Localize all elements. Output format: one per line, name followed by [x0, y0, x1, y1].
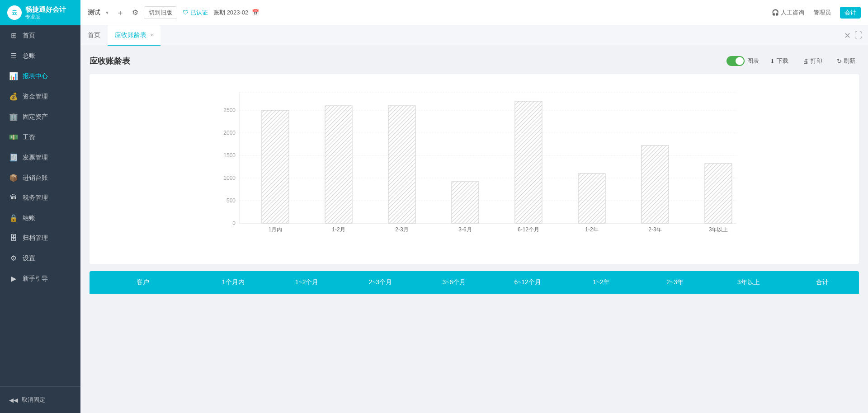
- svg-text:3-6月: 3-6月: [458, 226, 472, 233]
- verified-badge: 🛡 已认证: [183, 9, 208, 17]
- table-header-3: 2~3个月: [344, 271, 417, 294]
- add-company-button[interactable]: ＋: [114, 6, 127, 19]
- headset-icon: 🎧: [772, 9, 779, 16]
- calendar-icon[interactable]: 📅: [252, 9, 259, 16]
- download-button[interactable]: ⬇ 下载: [766, 55, 792, 67]
- help-button[interactable]: 🎧 人工咨询: [772, 9, 804, 17]
- sidebar-item-assets[interactable]: 🏢固定资产: [0, 107, 80, 127]
- tabbar-actions: ✕ ⛶: [844, 31, 863, 41]
- sidebar-bottom: ◀◀ 取消固定: [0, 386, 80, 413]
- close-tab-button[interactable]: ✕: [844, 31, 851, 41]
- sidebar-label-close: 结账: [23, 214, 35, 222]
- sidebar-item-archive[interactable]: 🗄归档管理: [0, 228, 80, 248]
- sidebar-label-settings: 设置: [23, 254, 35, 263]
- tab-home-label: 首页: [88, 31, 100, 39]
- table-header-0: 客户: [90, 271, 196, 294]
- svg-text:2000: 2000: [223, 130, 236, 136]
- table-header-6: 1~2年: [565, 271, 638, 294]
- sidebar-label-home: 首页: [23, 32, 35, 40]
- sidebar-item-invoice[interactable]: 🧾发票管理: [0, 147, 80, 168]
- download-icon: ⬇: [770, 58, 775, 65]
- chart-toggle[interactable]: [726, 56, 745, 66]
- main-area: 测试 ▾ ＋ ⚙ 切到旧版 🛡 已认证 账期 2023-02 📅 🎧 人工咨询 …: [80, 0, 868, 413]
- sidebar-item-tax[interactable]: 🏛税务管理: [0, 188, 80, 208]
- content-scroll: 应收账龄表 图表 ⬇ 下载 🖨 打印: [80, 46, 868, 413]
- company-dropdown-icon[interactable]: ▾: [106, 9, 108, 16]
- bar-chart: 0 500 1000 1500 2000 2500: [99, 83, 850, 255]
- sidebar-label-assets: 固定资产: [23, 113, 48, 121]
- refresh-button[interactable]: ↻ 刷新: [833, 55, 859, 67]
- sidebar-label-archive: 归档管理: [23, 234, 48, 242]
- bar-4: [452, 182, 479, 223]
- sidebar-item-ledger[interactable]: ☰总账: [0, 46, 80, 66]
- svg-text:2-3年: 2-3年: [648, 226, 661, 233]
- nav-icon-archive: 🗄: [9, 234, 18, 242]
- table-header-5: 6~12个月: [491, 271, 565, 294]
- sidebar-label-guide: 新手引导: [23, 275, 48, 283]
- toggle-knob: [736, 57, 744, 65]
- nav-icon-home: ⊞: [9, 31, 18, 40]
- svg-text:500: 500: [226, 197, 236, 204]
- sidebar-item-settings[interactable]: ⚙设置: [0, 248, 80, 268]
- tab-active-label: 应收账龄表: [115, 31, 146, 39]
- svg-text:1-2月: 1-2月: [332, 226, 345, 233]
- chart-area: 0 500 1000 1500 2000 2500: [90, 74, 859, 264]
- sidebar-item-home[interactable]: ⊞首页: [0, 25, 80, 46]
- pin-icon: ◀◀: [9, 397, 18, 404]
- bar-3: [388, 106, 415, 223]
- nav-icon-assets: 🏢: [9, 113, 18, 121]
- table-header-7: 2~3年: [638, 271, 712, 294]
- sidebar-scroll: ⊞首页☰总账📊报表中心💰资金管理🏢固定资产💵工资🧾发票管理📦进销台账🏛税务管理🔒…: [0, 25, 80, 386]
- role-badge: 会计: [840, 7, 861, 19]
- sidebar-item-reports[interactable]: 📊报表中心: [0, 66, 80, 86]
- nav-icon-guide: ▶: [9, 274, 18, 283]
- sidebar-label-payroll: 工资: [23, 133, 35, 141]
- chart-container: 0 500 1000 1500 2000 2500: [99, 83, 850, 255]
- bar-1: [262, 110, 289, 223]
- svg-text:1-2年: 1-2年: [585, 226, 598, 233]
- bar-8: [705, 164, 732, 223]
- nav-icon-funds: 💰: [9, 92, 18, 101]
- bar-5: [515, 101, 542, 223]
- nav-icon-tax: 🏛: [9, 194, 18, 202]
- sidebar-label-funds: 资金管理: [23, 93, 48, 101]
- company-name: 测试: [88, 9, 100, 17]
- svg-text:3年以上: 3年以上: [709, 226, 728, 233]
- svg-text:6-12个月: 6-12个月: [518, 226, 539, 233]
- verified-label: 已认证: [190, 9, 208, 17]
- user-name[interactable]: 管理员: [810, 7, 835, 19]
- pin-label: 取消固定: [22, 396, 45, 404]
- bar-7: [642, 145, 669, 223]
- svg-text:2-3月: 2-3月: [395, 226, 408, 233]
- sidebar-item-close[interactable]: 🔒结账: [0, 208, 80, 228]
- bar-2: [325, 106, 352, 223]
- table-header: 客户1个月内1~2个月2~3个月3~6个月6~12个月1~2年2~3年3年以上合…: [90, 271, 859, 294]
- nav-icon-purchase: 📦: [9, 174, 18, 182]
- sidebar-item-guide[interactable]: ▶新手引导: [0, 268, 80, 289]
- print-icon: 🖨: [803, 58, 809, 65]
- sidebar: 云 畅捷通好会计 专业版 ⊞首页☰总账📊报表中心💰资金管理🏢固定资产💵工资🧾发票…: [0, 0, 80, 413]
- chart-toggle-label: 图表: [747, 57, 759, 65]
- table-header-4: 3~6个月: [417, 271, 491, 294]
- logo-icon: 云: [7, 5, 22, 20]
- tab-home[interactable]: 首页: [80, 25, 108, 46]
- sidebar-item-purchase[interactable]: 📦进销台账: [0, 168, 80, 188]
- sidebar-label-reports: 报表中心: [23, 72, 48, 80]
- period-label: 账期 2023-02 📅: [213, 9, 259, 17]
- expand-button[interactable]: ⛶: [854, 31, 863, 41]
- switch-version-button[interactable]: 切到旧版: [144, 6, 177, 19]
- table-header-8: 3年以上: [712, 271, 785, 294]
- tab-close-icon[interactable]: ×: [150, 32, 153, 38]
- sidebar-label-purchase: 进销台账: [23, 174, 48, 182]
- pin-toggle[interactable]: ◀◀ 取消固定: [0, 391, 80, 408]
- topbar: 测试 ▾ ＋ ⚙ 切到旧版 🛡 已认证 账期 2023-02 📅 🎧 人工咨询 …: [80, 0, 868, 25]
- svg-text:2500: 2500: [223, 107, 236, 113]
- settings-icon[interactable]: ⚙: [132, 8, 138, 17]
- print-button[interactable]: 🖨 打印: [799, 55, 826, 67]
- sidebar-item-payroll[interactable]: 💵工资: [0, 127, 80, 147]
- sidebar-item-funds[interactable]: 💰资金管理: [0, 86, 80, 107]
- sidebar-label-ledger: 总账: [23, 52, 35, 60]
- app-name: 畅捷通好会计: [25, 5, 66, 14]
- tab-receivable-aging[interactable]: 应收账龄表 ×: [108, 25, 160, 46]
- nav-icon-invoice: 🧾: [9, 153, 18, 162]
